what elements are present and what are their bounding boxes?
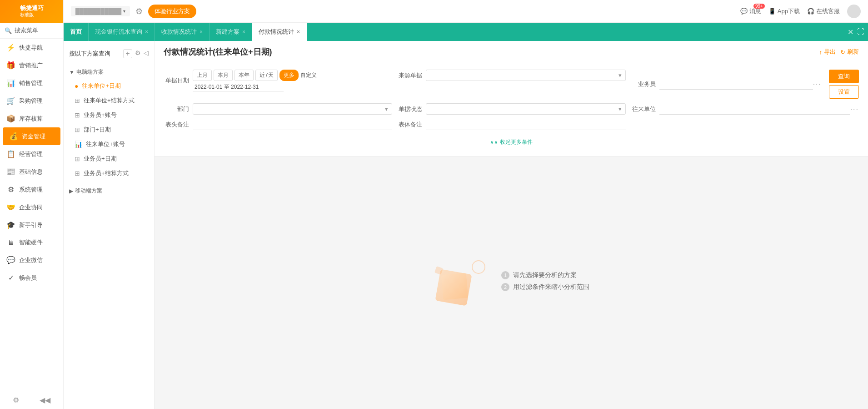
sidebar-search[interactable]: 🔍 搜索菜单: [0, 23, 63, 39]
table-header-note-input[interactable]: [195, 121, 390, 128]
sidebar-item-finance[interactable]: 💰 资金管理: [3, 127, 60, 145]
tab-close-all-btn[interactable]: ✕: [848, 28, 853, 36]
tab-fullscreen-btn[interactable]: ⛶: [857, 28, 864, 36]
panel-item-label: 业务员+结算方式: [84, 169, 129, 177]
logo-text: 畅捷通巧: [20, 5, 44, 12]
quick-nav-icon: ⚡: [6, 43, 15, 52]
app-download-btn[interactable]: 📱 App下载: [768, 7, 800, 15]
last-7-btn[interactable]: 近7天: [255, 70, 278, 81]
desktop-section: ▼ 电脑端方案 ● 往来单位+日期 ⊞ 往来单位+结算方式 ⊞ 业务员+账号 ⊞: [64, 66, 154, 181]
filter-voucher-date: 单据日期 上月 本月 本年 近7天 更多 自定义: [164, 70, 392, 91]
online-service-btn[interactable]: 🎧 在线客服: [807, 7, 840, 15]
tab-new-plan[interactable]: 新建方案 ×: [210, 23, 252, 41]
search-label: 搜索菜单: [15, 26, 38, 35]
table-body-note-input[interactable]: [428, 121, 624, 128]
panel-item-partner-settle[interactable]: ⊞ 往来单位+结算方式: [64, 93, 154, 108]
partner-label: 往来单位: [630, 105, 656, 113]
add-plan-icon[interactable]: +: [123, 49, 132, 58]
sidebar-item-hardware[interactable]: 🖥 智能硬件: [0, 234, 63, 251]
sidebar-item-label: 营销推广: [19, 61, 43, 70]
enterprise-icon: 🤝: [6, 203, 15, 212]
panel-collapse-icon[interactable]: ◁: [144, 49, 149, 58]
workspace-name: ███████████: [75, 8, 121, 15]
panel-item-salesman-date[interactable]: ⊞ 业务员+日期: [64, 151, 154, 166]
sidebar-item-label: 经营管理: [19, 150, 43, 158]
message-icon: 💬: [740, 8, 748, 15]
marketing-icon: 🎁: [6, 61, 15, 70]
sidebar-nav: ⚡ 快捷导航 🎁 营销推广 📊 销售管理 🛒 采购管理 📦 库存核算 💰 资金管…: [0, 39, 63, 391]
hardware-icon: 🖥: [6, 238, 15, 247]
sidebar-item-purchase[interactable]: 🛒 采购管理: [0, 92, 63, 110]
refresh-btn[interactable]: ↻ 刷新: [840, 48, 859, 56]
partner-input[interactable]: [659, 104, 850, 115]
tab-bank-close[interactable]: ×: [145, 29, 148, 35]
query-btn[interactable]: 查询: [829, 70, 859, 83]
panel-item-salesman-settle[interactable]: ⊞ 业务员+结算方式: [64, 166, 154, 181]
online-service-label: 在线客服: [816, 7, 840, 15]
setting-btn[interactable]: 设置: [829, 85, 859, 99]
tab-bank-label: 现金银行流水查询: [95, 28, 142, 36]
this-year-btn[interactable]: 本年: [234, 70, 254, 81]
salesman-dots-icon[interactable]: ···: [813, 80, 822, 88]
panel-item-partner-account[interactable]: 📊 往来单位+账号: [64, 137, 154, 151]
sidebar-bottom: ⚙ ◀◀: [0, 391, 63, 409]
sidebar-item-inventory[interactable]: 📦 库存核算: [0, 110, 63, 127]
settings-gear-icon[interactable]: ⚙: [135, 6, 143, 16]
sidebar-item-marketing[interactable]: 🎁 营销推广: [0, 56, 63, 74]
desktop-section-title[interactable]: ▼ 电脑端方案: [64, 66, 154, 79]
this-month-btn[interactable]: 本月: [214, 70, 233, 81]
tab-receivables-close[interactable]: ×: [200, 29, 203, 35]
panel-item-label: 业务员+日期: [84, 155, 117, 163]
date-range-input[interactable]: [193, 83, 284, 91]
main-area: ███████████ ▾ ⚙ 体验行业方案 💬 消息 99+ 📱 App下载 …: [64, 0, 868, 409]
desktop-section-label: 电脑端方案: [76, 68, 104, 76]
last-month-btn[interactable]: 上月: [193, 70, 212, 81]
tab-home[interactable]: 首页: [64, 23, 89, 41]
active-item-icon: ●: [75, 82, 78, 90]
tab-receivables[interactable]: 收款情况统计 ×: [155, 23, 210, 41]
mobile-section-title[interactable]: ▶ 移动端方案: [64, 184, 154, 197]
sidebar-item-quick-nav[interactable]: ⚡ 快捷导航: [0, 39, 63, 56]
table-item-icon2: ⊞: [75, 111, 80, 119]
panel-item-dept-date[interactable]: ⊞ 部门+日期: [64, 122, 154, 137]
partner-dots-icon[interactable]: ···: [850, 105, 859, 113]
sidebar-item-wechat[interactable]: 💬 企业微信: [0, 251, 63, 269]
sidebar-item-system[interactable]: ⚙ 系统管理: [0, 181, 63, 198]
sidebar-item-basic[interactable]: 📰 基础信息: [0, 163, 63, 181]
user-avatar[interactable]: [847, 5, 861, 18]
sidebar-item-guide[interactable]: 🎓 新手引导: [0, 216, 63, 234]
workspace-dropdown[interactable]: ███████████ ▾: [71, 6, 130, 16]
page-title: 付款情况统计(往来单位+日期): [164, 46, 272, 57]
filter-table-body-note: 表体备注: [397, 119, 625, 130]
empty-text: 1 请先选择要分析的方案 2 用过滤条件来缩小分析范围: [501, 271, 589, 295]
messages-btn[interactable]: 💬 消息 99+: [740, 7, 761, 15]
sidebar-item-enterprise[interactable]: 🤝 企业协同: [0, 198, 63, 216]
table-header-note-label: 表头备注: [164, 121, 189, 129]
chart-item-icon: 📊: [75, 141, 82, 148]
salesman-label: 业务员: [630, 80, 656, 88]
tab-payment-close[interactable]: ×: [297, 29, 300, 35]
tip2-num: 2: [501, 283, 509, 291]
trial-btn[interactable]: 体验行业方案: [148, 5, 196, 18]
sidebar-item-sales[interactable]: 📊 销售管理: [0, 74, 63, 92]
salesman-input[interactable]: [659, 79, 813, 90]
header-right: 💬 消息 99+ 📱 App下载 🎧 在线客服: [740, 5, 861, 18]
plan-settings-icon[interactable]: ⚙: [135, 49, 141, 58]
panel-item-label: 往来单位+账号: [86, 140, 125, 148]
sidebar-item-label: 新手引导: [19, 221, 43, 229]
collapse-more-btn[interactable]: ∧∧ 收起更多条件: [490, 138, 533, 146]
sidebar-collapse-btn[interactable]: ◀◀: [40, 396, 50, 404]
export-btn[interactable]: ↑ 导出: [819, 48, 836, 56]
sidebar-settings-btn[interactable]: ⚙: [13, 396, 19, 404]
sidebar-item-operation[interactable]: 📋 经营管理: [0, 145, 63, 163]
panel-item-partner-date[interactable]: ● 往来单位+日期: [64, 79, 154, 93]
mobile-expand-icon: ▶: [69, 188, 73, 194]
tab-bank[interactable]: 现金银行流水查询 ×: [89, 23, 155, 41]
panel-item-salesman-account[interactable]: ⊞ 业务员+账号: [64, 108, 154, 122]
tab-new-plan-close[interactable]: ×: [242, 29, 245, 35]
tab-payment[interactable]: 付款情况统计 ×: [252, 23, 307, 41]
app-icon: 📱: [768, 8, 776, 15]
panel-item-label: 往来单位+结算方式: [84, 96, 135, 105]
more-btn[interactable]: 更多: [279, 70, 299, 81]
sidebar-item-member[interactable]: ✓ 畅会员: [0, 269, 63, 287]
